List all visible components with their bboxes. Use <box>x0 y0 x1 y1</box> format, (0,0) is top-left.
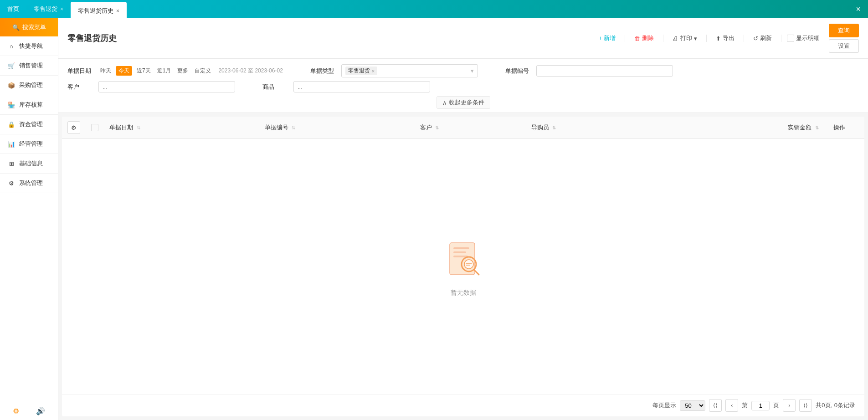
close-tab-retail-return[interactable]: × <box>60 6 63 12</box>
svg-rect-2 <box>453 251 466 253</box>
next-page-button[interactable]: › <box>783 399 796 412</box>
empty-state: 暂无数据 <box>62 139 864 394</box>
new-button[interactable]: + 新增 <box>595 32 619 44</box>
delete-button[interactable]: 🗑 删除 <box>631 32 657 44</box>
customer-input[interactable] <box>98 81 235 92</box>
doc-number-label: 单据编号 <box>505 67 533 75</box>
page-number-input[interactable] <box>751 401 770 410</box>
pagination: 每页显示 50 100 200 ⟨⟨ ‹ 第 页 › ⟩⟩ 共0页, 0条记录 <box>62 394 864 416</box>
tab-retail-return-history[interactable]: 零售退货历史 × <box>71 2 127 20</box>
table-settings-button[interactable]: ⚙ <box>67 121 80 134</box>
search-icon: 🔍 <box>12 24 20 31</box>
doc-type-filter-item: 单据类型 零售退货 × ▾ <box>310 64 478 77</box>
goods-input[interactable] <box>293 81 430 92</box>
volume-icon[interactable]: 🔊 <box>36 407 45 415</box>
date-range-display: 2023-06-02 至 2023-06-02 <box>218 67 282 75</box>
col-customer: 客户 ⇅ <box>415 117 526 139</box>
table-container: ⚙ 单据日期 ⇅ 单据编号 <box>62 117 864 416</box>
sidebar-item-basic-info[interactable]: ⊞ 基础信息 <box>0 154 58 174</box>
date-btn-yesterday[interactable]: 昨天 <box>98 66 113 76</box>
refresh-button[interactable]: ↺ 刷新 <box>750 32 776 44</box>
collapse-button[interactable]: ∧ 收起更多条件 <box>437 96 490 109</box>
col-number: 单据编号 ⇅ <box>259 117 415 139</box>
goods-filter-item: 商品 <box>262 81 430 92</box>
sort-guide-icon[interactable]: ⇅ <box>552 125 556 130</box>
date-btn-today[interactable]: 今天 <box>116 66 132 76</box>
print-icon: 🖨 <box>673 35 678 42</box>
select-all-checkbox[interactable] <box>91 124 98 131</box>
doc-number-input[interactable] <box>536 65 673 77</box>
sort-number-icon[interactable]: ⇅ <box>292 125 295 130</box>
col-guide: 导购员 ⇅ <box>526 117 659 139</box>
doc-type-tag: 零售退货 × <box>345 67 377 75</box>
date-filter-label: 单据日期 <box>67 67 95 75</box>
prev-page-button[interactable]: ‹ <box>725 399 738 412</box>
filter-row-2: 客户 商品 <box>67 81 859 92</box>
page-label-suffix: 页 <box>773 401 779 410</box>
col-date: 单据日期 ⇅ <box>104 117 259 139</box>
refresh-icon: ↺ <box>753 35 758 42</box>
sidebar-menu: ⌂ 快捷导航 🛒 销售管理 📦 采购管理 🏪 库存核算 🔒 资金管理 📊 <box>0 36 58 402</box>
print-button[interactable]: 🖨 打印 ▾ <box>669 32 701 44</box>
page-title: 零售退货历史 <box>67 33 117 44</box>
sidebar-bottom: ⚙ 🔊 <box>0 402 58 420</box>
chart-icon: 📊 <box>7 140 15 148</box>
sidebar-item-inventory[interactable]: 🏪 库存核算 <box>0 95 58 115</box>
doc-type-label: 单据类型 <box>310 67 338 75</box>
gear-bottom-icon[interactable]: ⚙ <box>13 407 19 415</box>
show-detail-checkbox[interactable] <box>787 35 794 42</box>
customer-filter-item: 客户 <box>67 81 235 92</box>
total-info: 共0页, 0条记录 <box>816 401 855 410</box>
setting-button[interactable]: 设置 <box>829 39 859 53</box>
sidebar-item-purchase-mgmt[interactable]: 📦 采购管理 <box>0 76 58 95</box>
window-close-button[interactable]: × <box>848 5 868 14</box>
tab-home[interactable]: 首页 <box>0 0 26 18</box>
query-button[interactable]: 查询 <box>829 24 859 37</box>
header-actions: + 新增 🗑 删除 🖨 打印 ▾ ⬆ 导出 <box>595 24 859 53</box>
col-action: 操作 <box>828 117 864 139</box>
sidebar-item-quick-nav[interactable]: ⌂ 快捷导航 <box>0 36 58 56</box>
date-btn-1month[interactable]: 近1月 <box>155 66 173 76</box>
svg-point-5 <box>464 260 473 269</box>
sidebar-item-finance[interactable]: 🔒 资金管理 <box>0 115 58 134</box>
collapse-icon: ∧ <box>442 99 447 106</box>
date-btn-more[interactable]: 更多 <box>175 66 190 76</box>
box-icon: 📦 <box>7 81 15 89</box>
date-btn-7days[interactable]: 近7天 <box>135 66 153 76</box>
per-page-select[interactable]: 50 100 200 <box>680 400 705 411</box>
date-filter-options: 昨天 今天 近7天 近1月 更多 自定义 2023-06-02 至 2023-0… <box>98 66 283 76</box>
warehouse-icon: 🏪 <box>7 101 15 109</box>
table-header: ⚙ 单据日期 ⇅ 单据编号 <box>62 117 864 139</box>
tab-bar: 首页 零售退货 × 零售退货历史 × <box>0 0 848 18</box>
tab-retail-return[interactable]: 零售退货 × <box>26 0 71 18</box>
doc-number-filter-item: 单据编号 <box>505 65 673 77</box>
sort-customer-icon[interactable]: ⇅ <box>435 125 439 130</box>
sort-amount-icon[interactable]: ⇅ <box>815 125 819 130</box>
sidebar-item-sales-mgmt[interactable]: 🛒 销售管理 <box>0 56 58 76</box>
first-page-button[interactable]: ⟨⟨ <box>709 399 722 412</box>
grid-icon: ⊞ <box>7 159 15 168</box>
data-table: ⚙ 单据日期 ⇅ 单据编号 <box>62 117 864 139</box>
gear-icon: ⚙ <box>71 124 77 131</box>
export-button[interactable]: ⬆ 导出 <box>712 32 738 44</box>
cart-icon: 🛒 <box>7 61 15 70</box>
customer-label: 客户 <box>67 83 95 91</box>
svg-rect-1 <box>453 247 469 249</box>
divider-1 <box>625 35 625 42</box>
top-bar: 首页 零售退货 × 零售退货历史 × × <box>0 0 868 18</box>
sidebar-search[interactable]: 🔍 搜索菜单 <box>0 18 58 36</box>
sort-date-icon[interactable]: ⇅ <box>137 125 140 130</box>
sidebar-item-system-mgmt[interactable]: ⚙ 系统管理 <box>0 174 58 193</box>
close-tab-retail-return-history[interactable]: × <box>116 8 119 14</box>
date-filter-item: 单据日期 昨天 今天 近7天 近1月 更多 自定义 2023-06-02 至 2… <box>67 66 283 76</box>
last-page-button[interactable]: ⟩⟩ <box>799 399 812 412</box>
date-btn-custom[interactable]: 自定义 <box>193 66 213 76</box>
page-label-prefix: 第 <box>742 401 748 410</box>
per-page-label: 每页显示 <box>652 401 676 410</box>
delete-icon: 🗑 <box>634 35 640 42</box>
doc-type-select[interactable]: 零售退货 × ▾ <box>341 64 478 77</box>
empty-illustration <box>441 236 486 282</box>
doc-type-tag-close[interactable]: × <box>372 68 375 74</box>
sidebar-item-operations[interactable]: 📊 经营管理 <box>0 134 58 154</box>
empty-text: 暂无数据 <box>451 289 476 297</box>
